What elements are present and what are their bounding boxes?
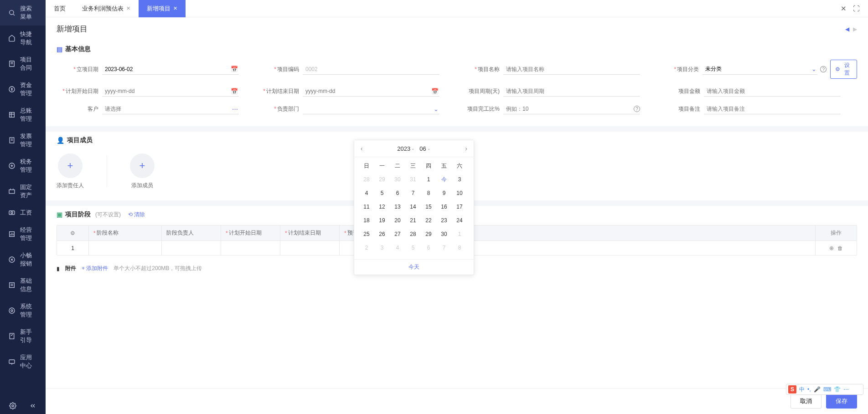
date-cell[interactable]: 6: [421, 241, 436, 255]
plan-end-input[interactable]: [303, 86, 430, 96]
project-type-select[interactable]: [703, 64, 811, 74]
date-cell[interactable]: 8: [421, 186, 436, 200]
sidebar-item-8[interactable]: 工资: [0, 204, 46, 221]
add-attach-button[interactable]: + 添加附件: [82, 265, 108, 272]
delete-row-icon[interactable]: 🗑: [837, 245, 843, 251]
cancel-button[interactable]: 取消: [790, 394, 822, 409]
date-cell[interactable]: 26: [374, 227, 390, 241]
sidebar-item-1[interactable]: 快捷导航: [0, 26, 46, 51]
collapse-icon[interactable]: [29, 402, 36, 409]
project-code-input[interactable]: [303, 64, 439, 74]
date-cell[interactable]: 28: [359, 173, 374, 186]
next-month-icon[interactable]: ›: [465, 145, 467, 152]
clear-button[interactable]: ⟲ 清除: [128, 211, 145, 219]
close-all-icon[interactable]: ✕: [841, 5, 847, 13]
date-cell[interactable]: 2: [359, 241, 374, 255]
tab-0[interactable]: 首页: [46, 0, 74, 17]
tab-1[interactable]: 业务利润预估表✕: [74, 0, 139, 17]
date-cell[interactable]: 5: [374, 186, 390, 200]
remark-input[interactable]: [704, 104, 841, 114]
sidebar-item-0[interactable]: 搜索菜单: [0, 0, 46, 26]
ime-skin-icon[interactable]: 👕: [834, 386, 841, 393]
sidebar-item-9[interactable]: 经营管理: [0, 221, 46, 247]
gear-icon[interactable]: ⚙: [70, 230, 75, 236]
config-button[interactable]: ⚙ 设置: [830, 60, 857, 79]
dept-select[interactable]: [303, 104, 433, 114]
prev-month-icon[interactable]: ‹: [361, 145, 363, 152]
date-cell[interactable]: 今: [436, 173, 452, 186]
sidebar-item-5[interactable]: 发票管理: [0, 128, 46, 153]
calendar-icon[interactable]: 📅: [430, 88, 439, 95]
sidebar-item-13[interactable]: 新手引导: [0, 323, 46, 349]
ime-bar[interactable]: S 中 •, 🎤 ⌨ 👕 ⋯: [786, 384, 863, 395]
date-cell[interactable]: 27: [390, 227, 405, 241]
date-cell[interactable]: 29: [421, 227, 436, 241]
date-cell[interactable]: 29: [374, 173, 390, 186]
chevron-down-icon[interactable]: ⌄: [433, 106, 439, 112]
sidebar-item-12[interactable]: 系统管理: [0, 298, 46, 323]
next-page-icon[interactable]: ▶: [853, 26, 857, 32]
help-icon[interactable]: ?: [634, 106, 640, 112]
fullscreen-icon[interactable]: ⛶: [853, 5, 860, 12]
chevron-down-icon[interactable]: ⌄: [811, 66, 817, 72]
date-cell[interactable]: 15: [421, 200, 436, 214]
help-icon[interactable]: ?: [820, 66, 827, 72]
date-cell[interactable]: 7: [436, 241, 452, 255]
sidebar-item-7[interactable]: 固定资产: [0, 179, 46, 204]
date-cell[interactable]: 30: [436, 227, 452, 241]
create-date-input[interactable]: [102, 64, 230, 74]
date-cell[interactable]: 24: [452, 214, 467, 227]
add-owner-button[interactable]: +: [58, 153, 83, 178]
amount-input[interactable]: [704, 86, 841, 96]
date-cell[interactable]: 22: [421, 214, 436, 227]
date-cell[interactable]: 30: [390, 173, 405, 186]
add-member-button[interactable]: +: [130, 153, 155, 178]
add-row-icon[interactable]: ⊕: [829, 245, 834, 251]
date-cell[interactable]: 1: [421, 173, 436, 186]
date-cell[interactable]: 28: [405, 227, 421, 241]
ime-lang[interactable]: 中: [799, 386, 805, 394]
sidebar-item-10[interactable]: 小畅报销: [0, 247, 46, 272]
settings-icon[interactable]: [9, 402, 16, 409]
date-cell[interactable]: 23: [436, 214, 452, 227]
sidebar-item-11[interactable]: 基础信息: [0, 272, 46, 298]
date-cell[interactable]: 25: [359, 227, 374, 241]
date-cell[interactable]: 4: [359, 186, 374, 200]
ime-punct-icon[interactable]: •,: [807, 386, 811, 393]
date-cell[interactable]: 20: [390, 214, 405, 227]
calendar-icon[interactable]: 📅: [230, 88, 239, 95]
tab-2[interactable]: 新增项目✕: [139, 0, 186, 17]
ime-keyboard-icon[interactable]: ⌨: [823, 386, 831, 393]
period-input[interactable]: [503, 86, 640, 96]
date-cell[interactable]: 7: [405, 186, 421, 200]
sidebar-item-2[interactable]: 项目合同: [0, 51, 46, 77]
date-cell[interactable]: 8: [452, 241, 467, 255]
date-cell[interactable]: 3: [374, 241, 390, 255]
save-button[interactable]: 保存: [826, 394, 857, 409]
date-cell[interactable]: 19: [374, 214, 390, 227]
prev-page-icon[interactable]: ◀: [845, 26, 849, 32]
date-cell[interactable]: 12: [374, 200, 390, 214]
date-cell[interactable]: 3: [452, 173, 467, 186]
sidebar-item-14[interactable]: 应用中心: [0, 349, 46, 374]
sidebar-item-3[interactable]: 资金管理: [0, 77, 46, 102]
date-cell[interactable]: 10: [452, 186, 467, 200]
date-cell[interactable]: 16: [436, 200, 452, 214]
date-cell[interactable]: 5: [405, 241, 421, 255]
date-cell[interactable]: 21: [405, 214, 421, 227]
complete-pct-input[interactable]: [503, 104, 631, 114]
plan-start-input[interactable]: [102, 86, 230, 96]
ime-menu-icon[interactable]: ⋯: [843, 386, 849, 393]
date-cell[interactable]: 14: [405, 200, 421, 214]
date-cell[interactable]: 9: [436, 186, 452, 200]
project-name-input[interactable]: [503, 64, 640, 74]
date-cell[interactable]: 6: [390, 186, 405, 200]
date-cell[interactable]: 17: [452, 200, 467, 214]
date-cell[interactable]: 11: [359, 200, 374, 214]
month-select[interactable]: 06⌄: [419, 145, 430, 152]
date-cell[interactable]: 18: [359, 214, 374, 227]
close-icon[interactable]: ✕: [126, 5, 130, 11]
sidebar-item-6[interactable]: 税务管理: [0, 153, 46, 179]
date-cell[interactable]: 13: [390, 200, 405, 214]
customer-select[interactable]: [102, 104, 231, 114]
